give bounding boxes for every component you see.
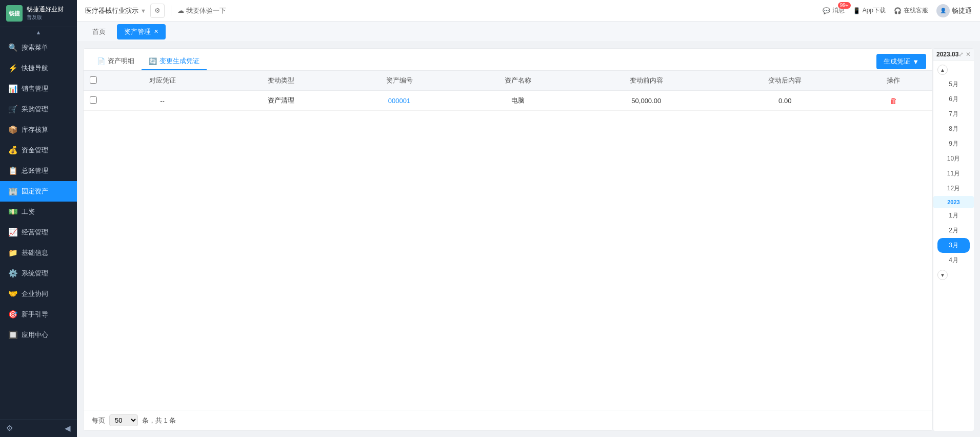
table-footer: 每页 50 10 20 100 条，共 1 条 <box>84 410 932 430</box>
row-checkbox-cell <box>84 91 103 111</box>
row-checkbox[interactable] <box>90 96 97 104</box>
delete-row-btn[interactable]: 🗑 <box>890 96 897 105</box>
sidebar-item-sales[interactable]: 📊销售管理 <box>0 78 77 99</box>
user-menu[interactable]: 👤 畅捷通 <box>936 4 972 17</box>
dropdown-arrow-icon: ▼ <box>912 58 919 66</box>
generate-voucher-btn[interactable]: 生成凭证 ▼ <box>876 54 926 69</box>
logo-icon: 畅捷 <box>6 5 23 22</box>
tab-home[interactable]: 首页 <box>85 24 113 39</box>
sidebar-item-search[interactable]: 🔍搜索菜单 <box>0 37 77 58</box>
salary-icon: 💵 <box>8 207 17 216</box>
sidebar-item-app-center[interactable]: 🔲应用中心 <box>0 325 77 345</box>
service-icon: 🎧 <box>894 7 902 14</box>
sidebar-item-fixed-assets[interactable]: 🏢固定资产 <box>0 181 77 202</box>
sidebar-collapse-btn[interactable]: ◀ <box>65 424 71 433</box>
row-action: 🗑 <box>854 91 932 111</box>
tab-close-icon[interactable]: ✕ <box>154 28 158 35</box>
header-asset-name: 资产名称 <box>458 71 577 91</box>
company-name: 医疗器械行业演示 <box>85 6 138 15</box>
topbar-right: 💬 消息 99+ 📱 App下载 🎧 在线客服 👤 畅捷通 <box>823 4 972 17</box>
date-scroll-down-btn[interactable]: ▼ <box>937 270 948 280</box>
sidebar-item-system[interactable]: ⚙️系统管理 <box>0 263 77 284</box>
tabs-bar: 首页 资产管理 ✕ <box>77 22 980 42</box>
header-asset-code: 资产编号 <box>340 71 458 91</box>
app-download-btn[interactable]: 📱 App下载 <box>853 6 886 15</box>
sidebar-bottom: ⚙ ◀ <box>0 419 77 437</box>
row-voucher: -- <box>103 91 222 111</box>
header-voucher: 对应凭证 <box>103 71 222 91</box>
ledger-icon: 📋 <box>8 166 17 175</box>
sidebar-item-business[interactable]: 📈经营管理 <box>0 222 77 243</box>
app-icon: 📱 <box>853 7 861 14</box>
company-dropdown-icon: ▼ <box>141 8 146 14</box>
per-page-label: 每页 <box>92 416 105 425</box>
sidebar-item-salary[interactable]: 💵工资 <box>0 202 77 222</box>
select-all-checkbox[interactable] <box>90 76 97 84</box>
table-container: 对应凭证 变动类型 资产编号 资产名称 变动前内容 变动后内容 操作 <box>84 71 932 410</box>
sidebar-label-guide: 新手引导 <box>22 310 48 319</box>
sidebar-item-quick-nav[interactable]: ⚡快捷导航 <box>0 58 77 78</box>
date-scroll-up-btn[interactable]: ▲ <box>937 65 948 75</box>
customer-service-btn[interactable]: 🎧 在线客服 <box>894 6 928 15</box>
header-checkbox-cell <box>84 71 103 91</box>
month-10[interactable]: 10月 <box>933 151 974 166</box>
topbar: 医疗器械行业演示 ▼ ⚙ ☁ 我要体验一下 💬 消息 99+ 📱 App下载 🎧… <box>77 0 980 22</box>
sidebar-item-enterprise[interactable]: 🤝企业协同 <box>0 284 77 304</box>
year-2023[interactable]: 2023 <box>933 196 974 208</box>
sidebar: 畅捷 畅捷通好业财 普及版 ▲ 🔍搜索菜单⚡快捷导航📊销售管理🛒采购管理📦库存核… <box>0 0 77 437</box>
sidebar-settings-btn[interactable]: ⚙ <box>6 424 13 433</box>
main-content: 医疗器械行业演示 ▼ ⚙ ☁ 我要体验一下 💬 消息 99+ 📱 App下载 🎧… <box>77 0 980 437</box>
month-9[interactable]: 9月 <box>933 136 974 151</box>
sidebar-item-inventory[interactable]: 📦库存核算 <box>0 120 77 140</box>
sidebar-label-salary: 工资 <box>22 207 35 216</box>
topbar-settings-btn[interactable]: ⚙ <box>150 4 165 18</box>
sidebar-label-inventory: 库存核算 <box>22 125 48 134</box>
month-12[interactable]: 12月 <box>933 181 974 196</box>
company-selector[interactable]: 医疗器械行业演示 ▼ <box>85 6 146 15</box>
month-5[interactable]: 5月 <box>933 77 974 92</box>
header-change-type: 变动类型 <box>222 71 340 91</box>
user-avatar: 👤 <box>936 4 950 17</box>
sidebar-label-basic-info: 基础信息 <box>22 248 48 257</box>
quick-nav-icon: ⚡ <box>8 64 17 73</box>
enterprise-icon: 🤝 <box>8 289 17 299</box>
header-before-change: 变动前内容 <box>577 71 716 91</box>
topbar-divider <box>171 6 171 16</box>
search-icon: 🔍 <box>8 43 17 52</box>
asset-detail-icon: 📄 <box>97 57 105 65</box>
month-1[interactable]: 1月 <box>933 208 974 223</box>
panel-controls: ⤢ ✕ <box>958 51 971 58</box>
month-4[interactable]: 4月 <box>933 253 974 268</box>
sidebar-item-ledger[interactable]: 📋总账管理 <box>0 161 77 181</box>
sub-tab-asset-detail[interactable]: 📄 资产明细 <box>90 53 142 70</box>
month-2[interactable]: 2月 <box>933 223 974 238</box>
header-action: 操作 <box>854 71 932 91</box>
panel-close-btn[interactable]: ✕ <box>966 51 971 58</box>
page-size-select[interactable]: 50 10 20 100 <box>109 414 138 426</box>
panel-expand-btn[interactable]: ⤢ <box>958 51 964 58</box>
month-6[interactable]: 6月 <box>933 92 974 107</box>
sidebar-scroll-up[interactable]: ▲ <box>0 27 77 37</box>
sidebar-item-purchase[interactable]: 🛒采购管理 <box>0 99 77 120</box>
row-change-type: 资产清理 <box>222 91 340 111</box>
table-row: -- 资产清理 000001 电脑 50,000.00 0.00 🗑 <box>84 91 932 111</box>
month-7[interactable]: 7月 <box>933 107 974 122</box>
tab-asset-mgmt[interactable]: 资产管理 ✕ <box>117 24 166 39</box>
sidebar-label-sales: 销售管理 <box>22 84 48 93</box>
message-btn[interactable]: 💬 消息 99+ <box>823 6 845 15</box>
sidebar-label-fixed-assets: 固定资产 <box>22 187 48 196</box>
sidebar-item-finance[interactable]: 💰资金管理 <box>0 140 77 161</box>
sidebar-label-enterprise: 企业协同 <box>22 289 48 299</box>
sidebar-item-guide[interactable]: 🎯新手引导 <box>0 304 77 325</box>
month-11[interactable]: 11月 <box>933 166 974 181</box>
sidebar-item-basic-info[interactable]: 📁基础信息 <box>0 243 77 263</box>
month-8[interactable]: 8月 <box>933 122 974 136</box>
sidebar-label-search: 搜索菜单 <box>22 43 48 52</box>
month-3-active[interactable]: 3月 <box>937 238 970 253</box>
experience-link[interactable]: ☁ 我要体验一下 <box>177 6 226 15</box>
sidebar-label-app-center: 应用中心 <box>22 330 48 340</box>
date-nav-up-row: ▲ <box>933 63 974 77</box>
sub-tab-change-voucher[interactable]: 🔄 变更生成凭证 <box>142 53 207 70</box>
logo-subtitle: 普及版 <box>27 14 64 21</box>
asset-table: 对应凭证 变动类型 资产编号 资产名称 变动前内容 变动后内容 操作 <box>84 71 932 111</box>
